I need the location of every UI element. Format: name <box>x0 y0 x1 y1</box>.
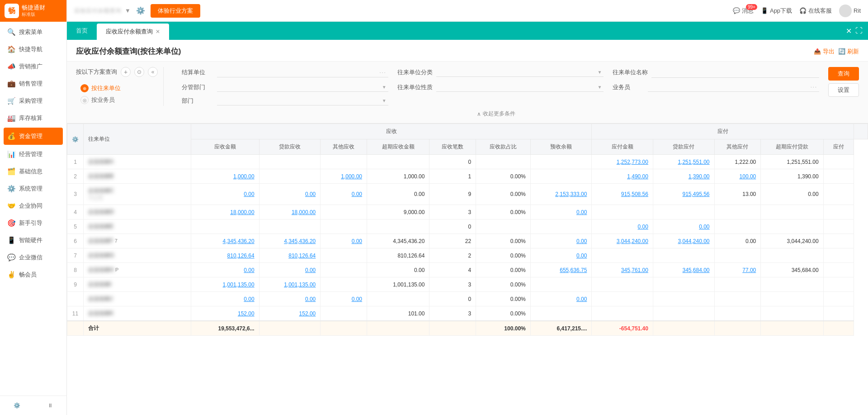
row-ar-prepay[interactable]: 0.00 <box>530 248 592 263</box>
main-area: 应收应付余额查询 ▼ ⚙️ 体验行业方案 💬 消息 99+ 📱 App下载 🎧 … <box>67 0 868 415</box>
collapse-more-btn[interactable]: ∧ 收起更多条件 <box>477 110 515 118</box>
row-ar-amount[interactable]: 152.00 <box>191 306 259 321</box>
row-ar-other[interactable]: 0.00 <box>321 184 367 205</box>
config-scheme-btn[interactable]: ⊙ <box>134 67 144 77</box>
row-ap-loan[interactable]: 915,495.56 <box>653 184 714 205</box>
row-ar-amount[interactable]: 0.00 <box>191 292 259 306</box>
row-ap-loan[interactable]: 1,251,551.00 <box>653 155 714 169</box>
row-ar-amount[interactable]: 0.00 <box>191 184 259 205</box>
tab-close-icon[interactable]: ✕ <box>156 29 160 35</box>
scheme-partner-option[interactable]: ⊕ 按往来单位 <box>76 82 158 94</box>
filter-fields: 结算单位 ··· 往来单位分类 ▼ <box>182 67 819 105</box>
sidebar-collapse-btn[interactable]: ⏸ <box>45 400 56 411</box>
sidebar-item-warehouse[interactable]: 🏭 库存核算 <box>0 110 66 127</box>
row-ar-loan[interactable]: 152.00 <box>259 306 321 321</box>
row-ar-other[interactable]: 0.00 <box>321 234 367 248</box>
user-menu-btn[interactable]: Rit <box>839 5 861 17</box>
row-ap-amount[interactable]: 0.00 <box>592 219 653 234</box>
row-ap-amount[interactable]: 3,044,240.00 <box>592 234 653 248</box>
row-ap-amount[interactable]: 915,508.56 <box>592 184 653 205</box>
sidebar-item-wechat[interactable]: 💬 企业微信 <box>0 249 66 266</box>
sidebar-item-finance[interactable]: 💰 资金管理 <box>4 128 63 145</box>
row-ap-amount[interactable]: 345,761.00 <box>592 263 653 277</box>
row-ar-amount[interactable]: 18,000.00 <box>191 205 259 219</box>
row-ar-amount[interactable]: 0.00 <box>191 263 259 277</box>
row-ap-other <box>714 277 761 292</box>
row-ar-prepay[interactable]: 655,636.75 <box>530 263 592 277</box>
online-service-btn[interactable]: 🎧 在线客服 <box>799 7 832 15</box>
footer-ap-extra <box>823 321 854 336</box>
salesperson-input[interactable]: ··· <box>648 82 819 92</box>
dept-input[interactable]: ▼ <box>217 96 388 105</box>
dept-managed-input[interactable]: ▼ <box>217 83 388 92</box>
row-ar-loan[interactable]: 0.00 <box>259 292 321 306</box>
row-ap-loan[interactable]: 1,390.00 <box>653 169 714 184</box>
topbar-dropdown-icon[interactable]: ▼ <box>125 7 131 14</box>
partner-category-input[interactable]: ▼ <box>436 68 604 77</box>
sidebar-item-coop[interactable]: 🤝 企业协同 <box>0 197 66 215</box>
sidebar-item-marketing[interactable]: 📣 营销推广 <box>0 58 66 75</box>
partner-name-input[interactable] <box>651 67 819 78</box>
sidebar-item-basic[interactable]: 🗂️ 基础信息 <box>0 163 66 180</box>
row-ar-loan[interactable]: 18,000.00 <box>259 205 321 219</box>
row-ar-amount[interactable]: 1,000.00 <box>191 169 259 184</box>
row-ap-amount[interactable]: 1,490.00 <box>592 169 653 184</box>
sidebar-item-sales[interactable]: 💼 销售管理 <box>0 75 66 92</box>
app-download-btn[interactable]: 📱 App下载 <box>761 7 792 15</box>
message-btn[interactable]: 💬 消息 99+ <box>733 7 754 15</box>
row-ap-overdue: 3,044,240.00 <box>761 234 823 248</box>
row-ar-prepay[interactable]: 0.00 <box>530 234 592 248</box>
refresh-button[interactable]: 🔄 刷新 <box>838 48 859 56</box>
row-ar-amount[interactable]: 1,001,135.00 <box>191 277 259 292</box>
sidebar-item-guide[interactable]: 🎯 新手引导 <box>0 215 66 232</box>
sidebar-item-device[interactable]: 📱 智能硬件 <box>0 232 66 249</box>
sidebar-item-search[interactable]: 🔍 搜索菜单 <box>0 24 66 41</box>
sidebar-bottom: ⚙️ ⏸ <box>0 396 66 415</box>
sidebar-item-system[interactable]: ⚙️ 系统管理 <box>0 180 66 197</box>
sidebar-item-operation[interactable]: 📊 经营管理 <box>0 146 66 163</box>
row-ar-loan[interactable]: 0.00 <box>259 263 321 277</box>
collapse-scheme-btn[interactable]: « <box>148 67 158 77</box>
setting-button[interactable]: 设置 <box>828 83 859 97</box>
topbar-right: 💬 消息 99+ 📱 App下载 🎧 在线客服 Rit <box>733 5 861 17</box>
row-ar-prepay[interactable]: 2,153,333.00 <box>530 184 592 205</box>
row-ar-prepay[interactable]: 0.00 <box>530 205 592 219</box>
row-ar-amount[interactable]: 810,126.64 <box>191 248 259 263</box>
row-partner: 企业名称K <box>84 306 191 321</box>
sidebar-item-purchase[interactable]: 🛒 采购管理 <box>0 92 66 110</box>
row-ap-amount[interactable]: 1,252,773.00 <box>592 155 653 169</box>
row-ap-amount <box>592 248 653 263</box>
row-ar-other[interactable]: 1,000.00 <box>321 169 367 184</box>
row-ar-prepay[interactable]: 0.00 <box>530 292 592 306</box>
sidebar-item-member[interactable]: ✌️ 畅会员 <box>0 266 66 283</box>
row-ar-loan[interactable]: 4,345,436.20 <box>259 234 321 248</box>
export-button[interactable]: 📤 导出 <box>814 48 835 56</box>
row-ap-loan[interactable]: 3,044,240.00 <box>653 234 714 248</box>
table-settings-icon[interactable]: ⚙️ <box>67 124 84 155</box>
add-scheme-btn[interactable]: + <box>121 67 131 77</box>
sidebar-settings-btn[interactable]: ⚙️ <box>11 400 23 411</box>
tabbar-maximize-icon[interactable]: ⛶ <box>855 27 863 35</box>
query-button[interactable]: 查询 <box>828 67 859 81</box>
row-ar-overdue: 0.00 <box>367 184 429 205</box>
tab-home[interactable]: 首页 <box>67 22 97 40</box>
row-ap-loan[interactable]: 345,684.00 <box>653 263 714 277</box>
row-ar-other <box>321 219 367 234</box>
row-ap-other[interactable]: 77.00 <box>714 263 761 277</box>
row-ar-other[interactable]: 0.00 <box>321 292 367 306</box>
row-ar-amount[interactable]: 4,345,436.20 <box>191 234 259 248</box>
row-ap-loan[interactable]: 0.00 <box>653 219 714 234</box>
tab-arquery[interactable]: 应收应付余额查询 ✕ <box>97 24 169 40</box>
row-ap-other[interactable]: 100.00 <box>714 169 761 184</box>
settlement-unit-input[interactable]: ··· <box>217 68 388 77</box>
row-ar-loan[interactable]: 1,001,135.00 <box>259 277 321 292</box>
row-ar-loan[interactable]: 0.00 <box>259 184 321 205</box>
row-ar-other <box>321 248 367 263</box>
promo-button[interactable]: 体验行业方案 <box>151 4 200 18</box>
partner-type-input[interactable]: ▼ <box>436 83 604 92</box>
row-ar-loan[interactable]: 810,126.64 <box>259 248 321 263</box>
tabbar-minimize-icon[interactable]: ✕ <box>846 27 852 35</box>
topbar-gear-icon[interactable]: ⚙️ <box>136 6 145 15</box>
scheme-salesperson-option[interactable]: ◎ 按业务员 <box>76 94 158 106</box>
sidebar-item-quick[interactable]: 🏠 快捷导航 <box>0 41 66 58</box>
